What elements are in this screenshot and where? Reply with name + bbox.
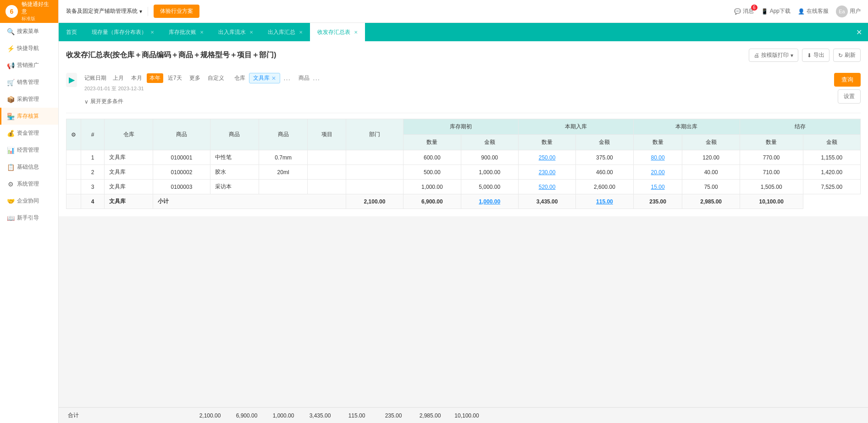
sub-open-amt: 金额 xyxy=(461,135,518,150)
warehouse-tag-close[interactable]: ✕ xyxy=(271,75,276,82)
app-download-item[interactable]: 📱 App下载 xyxy=(761,7,791,15)
tab-label-batch: 库存批次账 xyxy=(169,28,196,36)
sidebar-item-collab[interactable]: 🤝企业协同 xyxy=(0,192,58,209)
online-service-item[interactable]: 👤 在线客服 xyxy=(798,7,829,15)
nav-icon-finance: 💰 xyxy=(7,130,14,137)
sidebar-item-inventory[interactable]: 🏪库存核算 xyxy=(0,108,58,125)
tab-home[interactable]: 首页 xyxy=(59,23,84,41)
cell-out-amt-2: 75.00 xyxy=(682,180,740,194)
user-item[interactable]: Ea 用户 xyxy=(836,5,861,17)
cell-no-2: 3 xyxy=(81,180,105,194)
sidebar-item-purchase[interactable]: 📦采购管理 xyxy=(0,91,58,108)
tab-collect[interactable]: 收发存汇总表✕ xyxy=(310,23,365,41)
sub-out-qty: 数量 xyxy=(633,135,682,150)
tabs-container: 首页现存量（库存分布表）✕库存批次账✕出入库流水✕出入库汇总✕收发存汇总表✕ xyxy=(59,23,365,41)
col-settings-header[interactable]: ⚙ xyxy=(66,119,81,150)
date-options: 上月 本月 本年 近7天 更多 自定义 xyxy=(110,73,227,83)
cell-dept-1 xyxy=(346,165,403,180)
print-label: 按模版打印 xyxy=(761,51,789,59)
cell-in-qty-0[interactable]: 250.00 xyxy=(518,150,575,165)
sidebar-item-sales[interactable]: 🛒销售管理 xyxy=(0,74,58,91)
system-title-dropdown[interactable]: 装备及固定资产辅助管理系统 ▾ xyxy=(66,7,142,15)
sub-open-qty: 2,100.00 xyxy=(346,194,403,209)
filter-btns: 查询 设置 xyxy=(834,73,861,104)
nav-label-system: 系统管理 xyxy=(17,180,39,188)
date-btn-more[interactable]: 更多 xyxy=(187,73,203,83)
sidebar-logo: 6 畅捷通好生意 标准版 xyxy=(0,0,58,23)
export-icon: ⬇ xyxy=(807,52,812,59)
header-left: 装备及固定资产辅助管理系统 ▾ 体验行业方案 xyxy=(66,5,199,18)
sidebar-item-system[interactable]: ⚙系统管理 xyxy=(0,176,58,192)
cell-spec-1: 20ml xyxy=(259,165,308,180)
nav-label-finance: 资金管理 xyxy=(17,129,39,137)
tab-label-flow: 出入库流水 xyxy=(218,28,246,36)
cell-spec-0: 0.7mm xyxy=(259,150,308,165)
tab-summary[interactable]: 出入库汇总✕ xyxy=(260,23,310,41)
export-btn[interactable]: ⬇ 导出 xyxy=(802,49,829,62)
cell-in-amt-2: 2,600.00 xyxy=(576,180,633,194)
warehouse-more[interactable]: ... xyxy=(284,75,291,82)
cell-open-qty-0: 600.00 xyxy=(404,150,461,165)
sidebar-item-quick[interactable]: ⚡快捷导航 xyxy=(0,40,58,57)
expand-label: 展开更多条件 xyxy=(90,98,123,105)
cell-open-qty-1: 500.00 xyxy=(404,165,461,180)
sidebar-item-search[interactable]: 🔍搜索菜单 xyxy=(0,23,58,40)
cell-no-1: 2 xyxy=(81,165,105,180)
cell-out-qty-2[interactable]: 15.00 xyxy=(633,180,682,194)
date-range: 2023-01-01 至 2023-12-31 xyxy=(84,86,144,91)
sidebar-item-operation[interactable]: 📊经营管理 xyxy=(0,142,58,159)
message-item[interactable]: 💬 消息 6 xyxy=(734,7,754,15)
cell-out-qty-0[interactable]: 80.00 xyxy=(633,150,682,165)
expand-more-btn[interactable]: ∨ 展开更多条件 xyxy=(84,96,123,107)
tab-flow[interactable]: 出入库流水✕ xyxy=(211,23,260,41)
expand-collapse-btn[interactable]: ▶ xyxy=(66,73,77,87)
tab-close-collect[interactable]: ✕ xyxy=(354,30,358,35)
cell-goods-0: 中性笔 xyxy=(210,150,259,165)
sub-bal-qty: 数量 xyxy=(740,135,803,150)
date-btn-this-year[interactable]: 本年 xyxy=(147,73,163,83)
nav-icon-collab: 🤝 xyxy=(7,198,14,205)
tab-close-flow[interactable]: ✕ xyxy=(249,30,253,35)
date-btn-7days[interactable]: 近7天 xyxy=(165,73,185,83)
refresh-btn[interactable]: ↻ 刷新 xyxy=(833,49,861,62)
goods-more[interactable]: ... xyxy=(313,75,321,82)
cell-in-qty-1[interactable]: 230.00 xyxy=(518,165,575,180)
tab-close-inventory-dist[interactable]: ✕ xyxy=(150,30,154,35)
footer-summary: 合计 2,100.00 6,900.00 1,000.00 3,435.00 1… xyxy=(59,407,868,423)
cell-in-amt-0: 375.00 xyxy=(576,150,633,165)
sidebar-item-basic[interactable]: 📋基础信息 xyxy=(0,159,58,176)
col-warehouse-header: 仓库 xyxy=(105,119,153,150)
cell-project-0 xyxy=(308,150,346,165)
filter-settings-btn[interactable]: 设置 xyxy=(838,89,861,104)
print-icon: 🖨 xyxy=(754,52,759,59)
cell-settings-2 xyxy=(66,180,81,194)
tab-bar-close-btn[interactable]: ✕ xyxy=(850,23,868,41)
date-label: 记账日期 xyxy=(84,74,106,82)
nav-label-inventory: 库存核算 xyxy=(17,112,39,120)
sidebar-item-guide[interactable]: 📖新手引导 xyxy=(0,209,58,226)
col-open-group: 库存期初 xyxy=(404,119,519,135)
cell-bal-amt-0: 1,155.00 xyxy=(803,150,860,165)
tab-batch[interactable]: 库存批次账✕ xyxy=(161,23,211,41)
sidebar-item-finance[interactable]: 💰资金管理 xyxy=(0,125,58,142)
nav-label-search: 搜索菜单 xyxy=(17,27,39,35)
nav-label-basic: 基础信息 xyxy=(17,163,39,171)
date-btn-this-month[interactable]: 本月 xyxy=(128,73,145,83)
cell-bal-amt-2: 7,525.00 xyxy=(803,180,860,194)
cell-open-amt-1: 1,000.00 xyxy=(461,165,518,180)
sub-bal-amt: 金额 xyxy=(803,135,860,150)
date-btn-custom[interactable]: 自定义 xyxy=(205,73,227,83)
tab-close-summary[interactable]: ✕ xyxy=(299,30,303,35)
cell-out-qty-1[interactable]: 20.00 xyxy=(633,165,682,180)
tab-close-batch[interactable]: ✕ xyxy=(200,30,204,35)
date-btn-last-month[interactable]: 上月 xyxy=(110,73,127,83)
cell-settings-1 xyxy=(66,165,81,180)
cell-in-qty-2[interactable]: 520.00 xyxy=(518,180,575,194)
experience-btn[interactable]: 体验行业方案 xyxy=(154,5,199,18)
tab-inventory-dist[interactable]: 现存量（库存分布表）✕ xyxy=(84,23,161,41)
main-table: ⚙ # 仓库 商品 商品 商品 项目 部门 库存期初 本期入库 本期出库 结存 xyxy=(66,119,861,209)
query-btn[interactable]: 查询 xyxy=(834,73,861,87)
goods-label: 商品 xyxy=(299,74,310,82)
sidebar-item-marketing[interactable]: 📢营销推广 xyxy=(0,57,58,74)
print-btn[interactable]: 🖨 按模版打印 ▾ xyxy=(749,49,798,62)
